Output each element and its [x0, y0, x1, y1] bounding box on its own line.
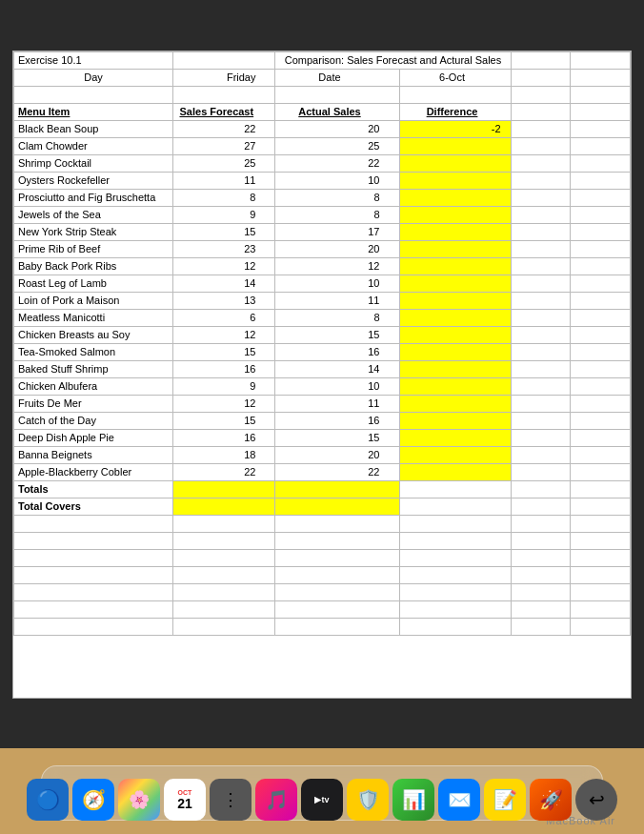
forecast-header: Sales Forecast — [173, 103, 275, 120]
table-row: Black Bean Soup 22 20 -2 — [14, 120, 631, 137]
main-title: Comparison: Sales Forecast and Actural S… — [275, 51, 511, 69]
table-row: Chicken Albufera 9 10 — [14, 377, 631, 395]
title-row: Exercise 10.1 Comparison: Sales Forecast… — [14, 51, 631, 69]
empty-row — [14, 549, 631, 566]
dock-item-safari[interactable]: 🧭 — [72, 779, 114, 821]
dock-item-numbers[interactable]: 📊 — [392, 779, 434, 821]
spacer-row — [14, 86, 631, 103]
table-row: Meatless Manicotti 6 8 — [14, 309, 631, 326]
dock-item-dotgrid[interactable]: ⋮ — [210, 779, 252, 821]
day-label: Day — [14, 69, 173, 86]
table-row: Prosciutto and Fig Bruschetta 8 8 — [14, 189, 631, 206]
table-row: Shrimp Cocktail 25 22 — [14, 154, 631, 172]
dock: 🔵 🧭 🌸 OCT 21 ⋮ 🎵 ▶tv 🛡️ 📊 ✉️ 📝 🚀 ↩ — [0, 756, 644, 824]
column-headers: Menu Item Sales Forecast Actual Sales Di… — [14, 103, 631, 120]
dock-item-back[interactable]: ↩ — [575, 779, 617, 821]
diff-header: Difference — [399, 103, 511, 120]
table-row: Roast Leg of Lamb 14 10 — [14, 275, 631, 292]
table-row: Banna Beignets 18 20 — [14, 446, 631, 463]
spreadsheet: Exercise 10.1 Comparison: Sales Forecast… — [12, 51, 632, 699]
table-row: Baby Back Pork Ribs 12 12 — [14, 257, 631, 275]
table-row: New York Strip Steak 15 17 — [14, 223, 631, 240]
empty-row — [14, 583, 631, 600]
totals-row: Totals — [14, 480, 631, 498]
date-label: Date — [275, 69, 399, 86]
dock-item-mail[interactable]: ✉️ — [438, 779, 480, 821]
dock-item-launchpad[interactable]: 🚀 — [530, 779, 572, 821]
table-row: Prime Rib of Beef 23 20 — [14, 240, 631, 257]
table-row: Jewels of the Sea 9 8 — [14, 206, 631, 223]
table-row: Tea-Smoked Salmon 15 16 — [14, 343, 631, 360]
dock-item-appletv[interactable]: ▶tv — [301, 779, 343, 821]
empty-row — [14, 532, 631, 549]
table-row: Loin of Pork a Maison 13 11 — [14, 292, 631, 309]
table-row: Oysters Rockefeller 11 10 — [14, 172, 631, 189]
forecast-empty — [173, 51, 275, 69]
menu-item-header: Menu Item — [14, 103, 173, 120]
table-row: Apple-Blackberry Cobler 22 22 — [14, 463, 631, 480]
table-row: Baked Stuff Shrimp 16 14 — [14, 360, 631, 377]
total-covers-row: Total Covers — [14, 498, 631, 515]
table-row: Fruits De Mer 12 11 — [14, 395, 631, 412]
screen: Exercise 10.1 Comparison: Sales Forecast… — [0, 0, 644, 748]
exercise-label: Exercise 10.1 — [14, 51, 173, 69]
empty-row — [14, 515, 631, 532]
empty-row — [14, 618, 631, 635]
table-row: Deep Dish Apple Pie 16 15 — [14, 429, 631, 446]
dock-item-calendar[interactable]: OCT 21 — [164, 779, 206, 821]
dock-item-music[interactable]: 🎵 — [255, 779, 297, 821]
table-row: Chicken Breasts au Soy 12 15 — [14, 326, 631, 343]
date-value: 6-Oct — [399, 69, 511, 86]
empty-row — [14, 600, 631, 618]
actual-header: Actual Sales — [275, 103, 399, 120]
day-row: Day Friday Date 6-Oct — [14, 69, 631, 86]
table-row: Clam Chowder 27 25 — [14, 137, 631, 154]
day-value: Friday — [173, 69, 275, 86]
table-row: Catch of the Day 15 16 — [14, 412, 631, 429]
dock-item-photos[interactable]: 🌸 — [118, 779, 160, 821]
empty-row — [14, 566, 631, 583]
dock-item-notes[interactable]: 📝 — [484, 779, 526, 821]
dock-item-finder[interactable]: 🔵 — [27, 779, 69, 821]
dock-item-norton[interactable]: 🛡️ — [347, 779, 389, 821]
